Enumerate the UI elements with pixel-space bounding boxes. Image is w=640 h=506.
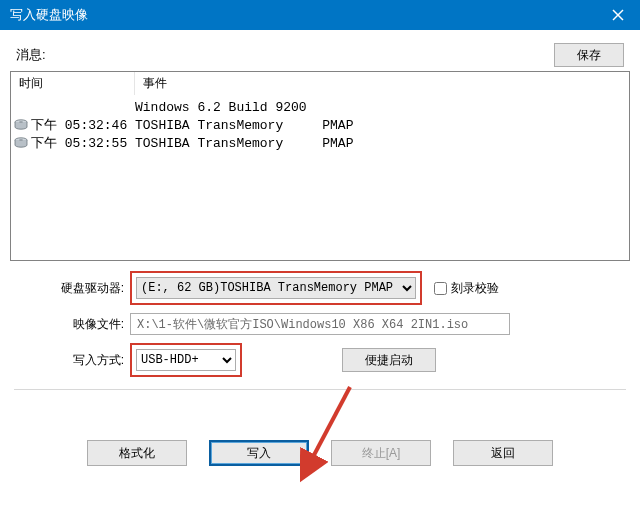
log-header: 时间 事件	[11, 72, 629, 96]
log-body: Windows 6.2 Build 9200下午 05:32:46TOSHIBA…	[11, 96, 629, 152]
form-area: 硬盘驱动器: (E:, 62 GB)TOSHIBA TransMemory PM…	[10, 275, 630, 373]
message-label: 消息:	[16, 46, 46, 64]
drive-row: 硬盘驱动器: (E:, 62 GB)TOSHIBA TransMemory PM…	[18, 275, 622, 301]
method-label: 写入方式:	[18, 352, 130, 369]
verify-label: 刻录校验	[451, 280, 499, 297]
close-icon	[612, 9, 624, 21]
title-bar: 写入硬盘映像	[0, 0, 640, 30]
svg-point-5	[19, 139, 23, 140]
log-box: 时间 事件 Windows 6.2 Build 9200下午 05:32:46T…	[10, 71, 630, 261]
verify-checkbox-wrap[interactable]: 刻录校验	[430, 279, 499, 298]
drive-label: 硬盘驱动器:	[18, 280, 130, 297]
log-time: 下午 05:32:46	[31, 116, 135, 134]
verify-checkbox[interactable]	[434, 282, 447, 295]
method-row: 写入方式: USB-HDD+ 便捷启动	[18, 347, 622, 373]
log-time: 下午 05:32:55	[31, 134, 135, 152]
hdd-icon	[11, 118, 31, 132]
image-row: 映像文件:	[18, 311, 622, 337]
back-button[interactable]: 返回	[453, 440, 553, 466]
log-row[interactable]: 下午 05:32:46TOSHIBA TransMemory PMAP	[11, 116, 629, 134]
quick-boot-button[interactable]: 便捷启动	[342, 348, 436, 372]
method-select[interactable]: USB-HDD+	[136, 349, 236, 371]
log-row[interactable]: Windows 6.2 Build 9200	[11, 98, 629, 116]
close-button[interactable]	[595, 0, 640, 30]
log-event: Windows 6.2 Build 9200	[135, 100, 629, 115]
log-event: TOSHIBA TransMemory PMAP	[135, 118, 629, 133]
svg-point-3	[19, 121, 23, 122]
hdd-icon	[11, 136, 31, 150]
log-event: TOSHIBA TransMemory PMAP	[135, 136, 629, 151]
save-button[interactable]: 保存	[554, 43, 624, 67]
image-path-input[interactable]	[130, 313, 510, 335]
drive-select[interactable]: (E:, 62 GB)TOSHIBA TransMemory PMAP	[136, 277, 416, 299]
method-highlight: USB-HDD+	[130, 343, 242, 377]
window-title: 写入硬盘映像	[10, 6, 88, 24]
top-row: 消息: 保存	[10, 35, 630, 71]
content-area: 消息: 保存 时间 事件 Windows 6.2 Build 9200下午 05…	[0, 30, 640, 484]
log-header-time[interactable]: 时间	[11, 72, 135, 95]
divider	[14, 389, 626, 390]
image-label: 映像文件:	[18, 316, 130, 333]
format-button[interactable]: 格式化	[87, 440, 187, 466]
abort-button: 终止[A]	[331, 440, 431, 466]
log-row[interactable]: 下午 05:32:55TOSHIBA TransMemory PMAP	[11, 134, 629, 152]
write-button[interactable]: 写入	[209, 440, 309, 466]
log-header-event[interactable]: 事件	[135, 72, 629, 95]
drive-highlight: (E:, 62 GB)TOSHIBA TransMemory PMAP	[130, 271, 422, 305]
bottom-actions: 格式化 写入 终止[A] 返回	[10, 440, 630, 474]
